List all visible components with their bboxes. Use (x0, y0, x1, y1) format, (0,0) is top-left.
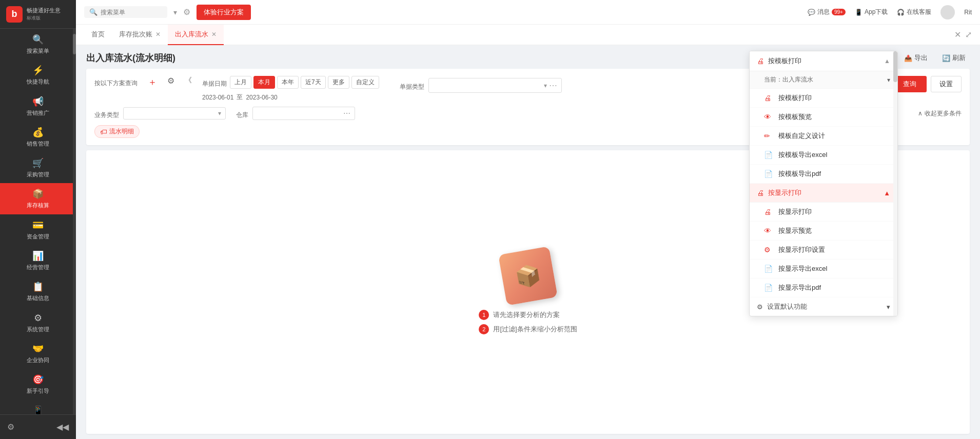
user-name: Rit (964, 9, 972, 16)
print-template-custom-item[interactable]: ✏ 模板自定义设计 (750, 127, 897, 146)
date-opt-thismonth[interactable]: 本月 (253, 76, 275, 89)
sidebar-item-collab[interactable]: 🤝 企业协同 (0, 338, 76, 369)
print-template-preview-item[interactable]: 👁 按模板预览 (750, 108, 897, 127)
app-download-button[interactable]: 📱 App下载 (855, 8, 888, 16)
display-settings-item[interactable]: ⚙ 按显示打印设置 (750, 241, 897, 260)
sidebar-item-search[interactable]: 🔍 搜索菜单 (0, 29, 76, 59)
dropdown-scrollbar-thumb (893, 51, 897, 82)
topbar-gear-icon[interactable]: ⚙ (183, 7, 190, 17)
date-range: 2023-06-01 至 2023-06-30 (202, 93, 379, 102)
display-excel-item[interactable]: 📄 按显示导出excel (750, 260, 897, 278)
template-print-label: 按模板打印 (778, 93, 812, 103)
sidebar-label-basic: 基础信息 (27, 294, 49, 302)
sidebar-item-appcenter[interactable]: 📱 应用中心 (0, 400, 76, 414)
tab-home[interactable]: 首页 (84, 25, 112, 45)
business-type-dropdown[interactable]: ▾ (123, 107, 226, 119)
display-preview-item[interactable]: 👁 按显示预览 (750, 222, 897, 241)
collapse-sidebar-icon[interactable]: ◀◀ (56, 422, 69, 432)
online-service-button[interactable]: 🎧 在线客服 (897, 8, 931, 16)
date-opt-more[interactable]: 更多 (328, 76, 349, 89)
topbar-right: 💬 消息 99+ 📱 App下载 🎧 在线客服 Rit (808, 5, 972, 19)
display-preview-label: 按显示预览 (778, 226, 812, 235)
sidebar-item-inventory[interactable]: 📦 库存核算 (0, 183, 76, 214)
sidebar-item-purchase[interactable]: 🛒 采购管理 (0, 152, 76, 183)
date-from: 2023-06-01 (202, 94, 233, 101)
sidebar-label-sales: 销售管理 (27, 140, 49, 147)
sidebar-label-inventory: 库存核算 (27, 202, 49, 209)
settings-button[interactable]: 设置 (931, 76, 962, 92)
print-template-pdf-item[interactable]: 📄 按模板导出pdf (750, 165, 897, 184)
basic-icon: 📋 (32, 281, 44, 292)
display-excel-label: 按显示导出excel (778, 264, 827, 273)
template-pdf-icon: 📄 (764, 170, 773, 178)
sidebar-item-quicknav[interactable]: ⚡ 快捷导航 (0, 59, 76, 90)
print-template-print-item[interactable]: 🖨 按模板打印 (750, 89, 897, 108)
message-button[interactable]: 💬 消息 99+ (808, 8, 846, 16)
collapse-btn[interactable]: ∧ 收起更多条件 (918, 109, 962, 118)
tab-batch-close[interactable]: ✕ (155, 31, 161, 38)
sidebar-item-system[interactable]: ⚙ 系统管理 (0, 307, 76, 338)
download-icon: 📱 (855, 9, 863, 16)
message-label: 消息 (817, 8, 830, 16)
sidebar-item-guide[interactable]: 🎯 新手引导 (0, 369, 76, 400)
industry-solution-button[interactable]: 体验行业方案 (197, 5, 251, 20)
sidebar-item-marketing[interactable]: 📢 营销推广 (0, 91, 76, 122)
tab-close-all-icon[interactable]: ✕ (954, 30, 961, 39)
export-button[interactable]: 📤 导出 (900, 51, 932, 65)
condition-settings-button[interactable]: ⚙ (167, 76, 174, 86)
collab-icon: 🤝 (32, 343, 44, 354)
date-opt-7days[interactable]: 近7天 (301, 76, 326, 89)
print-dropdown-current-arrow: ▾ (887, 76, 890, 84)
display-section-label: 按显示打印 (768, 188, 801, 197)
display-print-section[interactable]: 🖨 按显示打印 ▲ (750, 184, 897, 203)
display-settings-label: 按显示打印设置 (778, 245, 825, 254)
search-menu-box[interactable]: 🔍 (84, 6, 167, 18)
filter-tag-shuimingxi[interactable]: 🏷 流水明细 (94, 125, 140, 138)
sidebar-item-sales[interactable]: 💰 销售管理 (0, 122, 76, 152)
print-dropdown-header: 🖨 按模板打印 ▲ (750, 51, 897, 71)
filter-tag-label: 流水明细 (109, 127, 134, 136)
refresh-label: 刷新 (952, 53, 966, 63)
date-separator: 至 (237, 93, 243, 102)
date-opt-custom[interactable]: 自定义 (351, 76, 379, 89)
refresh-button[interactable]: 🔄 刷新 (938, 51, 970, 65)
bill-type-dropdown[interactable]: ▾ ⋯ (428, 78, 562, 93)
template-excel-label: 按模板导出excel (778, 150, 827, 159)
tab-flow[interactable]: 出入库流水 ✕ (168, 25, 224, 45)
tab-flow-close[interactable]: ✕ (211, 31, 217, 38)
sidebar-item-finance[interactable]: 💳 资金管理 (0, 214, 76, 245)
sidebar-logo: b 畅捷通好生意 标准版 (0, 0, 76, 29)
search-menu-input[interactable] (101, 9, 162, 16)
display-pdf-item[interactable]: 📄 按显示导出pdf (750, 278, 897, 297)
user-avatar[interactable] (940, 5, 955, 19)
search-menu-icon: 🔍 (89, 8, 97, 16)
warehouse-dropdown[interactable]: ⋯ (252, 107, 355, 120)
business-type-label: 业务类型 (94, 108, 119, 119)
system-icon: ⚙ (34, 312, 42, 324)
print-template-excel-item[interactable]: 📄 按模板导出excel (750, 146, 897, 165)
date-to: 2023-06-30 (246, 94, 277, 101)
tab-maximize-icon[interactable]: ⤢ (965, 30, 972, 39)
template-preview-icon: 👁 (764, 113, 773, 121)
tabbar-controls: ✕ ⤢ (954, 30, 972, 39)
sidebar: b 畅捷通好生意 标准版 🔍 搜索菜单 ⚡ 快捷导航 📢 营销推广 💰 销售管理… (0, 0, 76, 439)
tab-batch[interactable]: 库存批次账 ✕ (112, 25, 168, 45)
template-custom-label: 模板自定义设计 (778, 131, 825, 141)
sidebar-item-operations[interactable]: 📊 经营管理 (0, 245, 76, 276)
sidebar-item-basic[interactable]: 📋 基础信息 (0, 276, 76, 307)
inventory-icon: 📦 (32, 188, 44, 199)
chevron-up-icon: ∧ (918, 110, 923, 117)
sidebar-label-quicknav: 快捷导航 (27, 78, 49, 85)
print-dropdown-footer[interactable]: ⚙ 设置默认功能 ▾ (750, 297, 897, 316)
print-dropdown-collapse-icon[interactable]: ▲ (884, 57, 890, 65)
date-field-group: 单据日期 上月 本月 本年 近7天 更多 自定义 2023-06-0 (202, 76, 379, 102)
display-print-item[interactable]: 🖨 按显示打印 (750, 203, 897, 222)
date-opt-lastmonth[interactable]: 上月 (230, 76, 251, 89)
date-opt-thisyear[interactable]: 本年 (277, 76, 299, 89)
collapse-conditions-button[interactable]: 《 (185, 76, 192, 85)
settings-bottom-icon[interactable]: ⚙ (7, 422, 14, 432)
topbar-chevron-icon[interactable]: ▾ (173, 8, 177, 16)
topbar-left: 🔍 ▾ ⚙ 体验行业方案 (84, 5, 251, 20)
add-condition-button[interactable]: ＋ (148, 76, 157, 88)
tab-flow-label: 出入库流水 (175, 30, 208, 39)
